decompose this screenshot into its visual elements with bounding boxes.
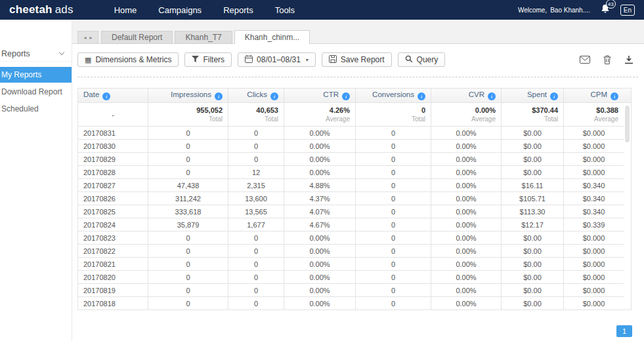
info-icon[interactable]: i <box>611 92 618 100</box>
dashed-separator <box>77 77 638 77</box>
email-icon[interactable] <box>580 56 590 64</box>
info-icon[interactable]: i <box>215 92 223 100</box>
sidebar-item-my-reports[interactable]: My Reports <box>0 67 72 83</box>
value-cell: $0.340 <box>564 192 624 205</box>
value-cell: 0.00% <box>284 297 356 310</box>
value-cell: 0.00% <box>284 284 356 297</box>
value-cell: 47,438 <box>148 179 228 192</box>
value-cell: 1,677 <box>228 218 284 231</box>
value-cell: 0 <box>356 271 431 284</box>
value-cell: 0.00% <box>284 153 356 166</box>
value-cell: 0.00% <box>431 192 502 205</box>
value-cell: $0.000 <box>564 284 624 297</box>
value-cell: 0.00% <box>431 271 502 284</box>
value-cell: 0.00% <box>431 205 502 218</box>
date-cell: 20170830 <box>78 140 148 153</box>
nav-right: Welcome, Bao Khanh.... 43 En <box>518 4 635 16</box>
table-scrollbar-header <box>624 89 631 103</box>
value-cell: 2,315 <box>228 179 284 192</box>
report-table-wrap: DateiImpressionsiClicksiCTRiConversionsi… <box>77 88 632 310</box>
info-icon[interactable]: i <box>342 92 350 100</box>
totals-cell: 4.26%Average <box>284 103 356 127</box>
tab-scroll-arrows[interactable]: ◂ ▸ <box>77 31 98 44</box>
value-cell: $16.11 <box>502 179 564 192</box>
brand-bold: cheetah <box>9 3 53 16</box>
tab-khanh-chinm[interactable]: Khanh_chinm... <box>234 30 310 44</box>
table-row: 20170830000.00%00.00%$0.00$0.000 <box>78 140 624 153</box>
value-cell: 12 <box>228 166 284 179</box>
save-report-button[interactable]: Save Report <box>322 52 392 67</box>
username: Bao Khanh.... <box>550 7 590 14</box>
info-icon[interactable]: i <box>418 92 425 100</box>
value-cell: 0 <box>148 245 228 258</box>
info-icon[interactable]: i <box>488 92 496 100</box>
value-cell: 0 <box>228 140 284 153</box>
language-button[interactable]: En <box>620 5 635 16</box>
date-range-label: 08/01–08/31 <box>257 55 301 64</box>
column-header-clicks[interactable]: Clicksi <box>228 89 284 103</box>
brand-logo[interactable]: cheetahads <box>9 3 74 16</box>
tab-scroll-left-icon[interactable]: ◂ <box>83 35 86 41</box>
value-cell: 0.00% <box>431 297 502 310</box>
value-cell: $0.00 <box>502 258 564 271</box>
tab-default-report[interactable]: Default Report <box>101 31 173 44</box>
nav-item-campaigns[interactable]: Campaigns <box>158 5 202 15</box>
info-icon[interactable]: i <box>270 92 278 100</box>
column-label: Impressions <box>171 90 211 98</box>
date-cell: 20170827 <box>78 179 148 192</box>
info-icon[interactable]: i <box>550 92 558 100</box>
sidebar: Reports My ReportsDownload ReportSchedul… <box>0 20 72 341</box>
value-cell: $0.000 <box>564 140 624 153</box>
value-cell: 35,879 <box>148 218 228 231</box>
filters-button[interactable]: Filters <box>184 52 232 67</box>
user-menu[interactable]: Welcome, Bao Khanh.... <box>518 7 590 14</box>
column-label: CTR <box>323 90 339 98</box>
tab-scroll-right-icon[interactable]: ▸ <box>90 35 93 41</box>
dimensions-metrics-button[interactable]: ▦ Dimensions & Metrics <box>77 52 179 67</box>
totals-cell: 0.00%Average <box>431 103 502 127</box>
page-1-button[interactable]: 1 <box>616 325 632 337</box>
download-icon[interactable] <box>624 55 633 64</box>
funnel-icon <box>192 55 199 64</box>
nav-item-tools[interactable]: Tools <box>275 5 295 15</box>
date-range-button[interactable]: 08/01–08/31 ▾ <box>238 52 316 67</box>
main-area: ◂ ▸ Default ReportKhanh_T7Khanh_chinm...… <box>72 20 644 341</box>
value-cell: 0 <box>356 192 431 205</box>
value-cell: 0 <box>356 297 431 310</box>
column-header-cvr[interactable]: CVRi <box>431 89 502 103</box>
column-header-conversions[interactable]: Conversionsi <box>356 89 431 103</box>
sidebar-item-scheduled[interactable]: Scheduled <box>0 101 72 117</box>
column-header-spent[interactable]: Spenti <box>502 89 564 103</box>
table-row: 201708280120.00%00.00%$0.00$0.000 <box>78 166 624 179</box>
tab-khanh-t7[interactable]: Khanh_T7 <box>175 31 232 44</box>
dimensions-metrics-label: Dimensions & Metrics <box>95 55 171 64</box>
totals-cell: $0.388Average <box>564 103 624 127</box>
column-header-date[interactable]: Datei <box>78 89 148 103</box>
value-cell: 0 <box>356 205 431 218</box>
sidebar-section-reports[interactable]: Reports <box>0 46 72 62</box>
value-cell: $0.00 <box>502 166 564 179</box>
nav-item-reports[interactable]: Reports <box>223 5 253 15</box>
table-scrollbar-thumb[interactable] <box>625 106 630 142</box>
grid-icon: ▦ <box>85 56 91 64</box>
column-header-impressions[interactable]: Impressionsi <box>148 89 228 103</box>
column-header-cpm[interactable]: CPMi <box>564 89 624 103</box>
table-scrollbar[interactable] <box>624 88 632 310</box>
value-cell: 0 <box>356 166 431 179</box>
notification-badge: 43 <box>606 0 616 9</box>
caret-down-icon: ▾ <box>306 57 309 63</box>
notifications-button[interactable]: 43 <box>601 4 610 16</box>
value-cell: 0.00% <box>431 127 502 140</box>
value-cell: 0 <box>356 218 431 231</box>
query-button[interactable]: Query <box>398 52 446 67</box>
nav-item-home[interactable]: Home <box>114 5 137 15</box>
column-header-ctr[interactable]: CTRi <box>284 89 356 103</box>
sidebar-item-download-report[interactable]: Download Report <box>0 84 72 100</box>
value-cell: $0.00 <box>502 271 564 284</box>
value-cell: $105.71 <box>502 192 564 205</box>
value-cell: 0 <box>148 271 228 284</box>
info-icon[interactable]: i <box>102 92 110 100</box>
trash-icon[interactable] <box>603 55 611 64</box>
date-cell: 20170821 <box>78 258 148 271</box>
chevron-down-icon <box>59 50 64 55</box>
